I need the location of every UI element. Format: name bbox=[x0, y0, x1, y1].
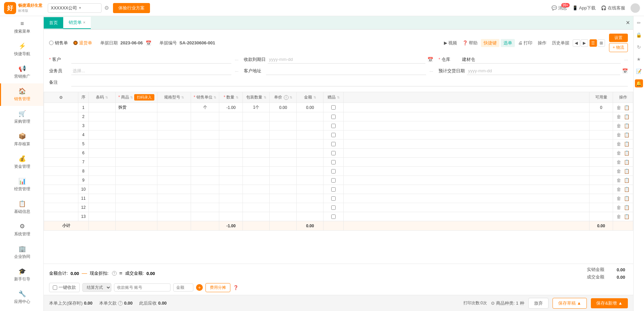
th-qty[interactable]: * 数量 ⇅ bbox=[219, 92, 243, 103]
sidebar-item-apps[interactable]: 🔧 应用中心 bbox=[0, 286, 43, 309]
row-amount-4[interactable] bbox=[297, 140, 324, 149]
row-price-1[interactable] bbox=[270, 112, 297, 121]
row-delete-icon-4[interactable]: 🗑 bbox=[616, 141, 621, 147]
save-new-button[interactable]: 保存&新增 ▲ bbox=[591, 298, 628, 308]
row-spec-4[interactable] bbox=[157, 140, 191, 149]
row-product-1[interactable] bbox=[115, 112, 157, 121]
th-unit[interactable]: * 销售单位 ⇅ bbox=[191, 92, 219, 103]
row-copy-icon-6[interactable]: 📋 bbox=[624, 159, 630, 165]
row-price-10[interactable] bbox=[270, 194, 297, 203]
row-product-2[interactable] bbox=[115, 121, 157, 130]
right-panel-refresh-icon[interactable]: ↻ bbox=[635, 43, 643, 51]
row-qty-4[interactable] bbox=[219, 140, 243, 149]
return-radio[interactable] bbox=[73, 41, 78, 45]
row-spec-1[interactable] bbox=[157, 112, 191, 121]
row-price-2[interactable] bbox=[270, 121, 297, 130]
row-barcode-7[interactable] bbox=[88, 167, 115, 176]
row-unit-11[interactable] bbox=[191, 203, 219, 212]
warehouse-dots[interactable]: ··· bbox=[624, 57, 628, 62]
row-spec-7[interactable] bbox=[157, 167, 191, 176]
shortcut-btn[interactable]: 快捷键 bbox=[481, 39, 499, 47]
logistics-button[interactable]: + 物流 bbox=[609, 43, 628, 52]
row-product-12[interactable] bbox=[115, 212, 157, 221]
row-unit-10[interactable] bbox=[191, 194, 219, 203]
row-pack-8[interactable] bbox=[243, 176, 270, 185]
row-amount-2[interactable] bbox=[297, 121, 324, 130]
row-gift-7[interactable] bbox=[324, 167, 344, 176]
row-pack-9[interactable] bbox=[243, 185, 270, 194]
row-delete-icon-8[interactable]: 🗑 bbox=[616, 178, 621, 183]
row-price-8[interactable] bbox=[270, 176, 297, 185]
row-amount-6[interactable] bbox=[297, 158, 324, 167]
row-qty-11[interactable] bbox=[219, 203, 243, 212]
row-gift-10[interactable] bbox=[324, 194, 344, 203]
row-qty-2[interactable] bbox=[219, 121, 243, 130]
row-spec-9[interactable] bbox=[157, 185, 191, 194]
row-qty-6[interactable] bbox=[219, 158, 243, 167]
expense-help-icon[interactable]: ❓ bbox=[233, 285, 238, 290]
row-pack-10[interactable] bbox=[243, 194, 270, 203]
row-copy-icon-0[interactable]: 📋 bbox=[624, 105, 630, 110]
th-price[interactable]: 单价 i ⇅ bbox=[270, 92, 297, 103]
row-amount-9[interactable] bbox=[297, 185, 324, 194]
payment-due-calendar-icon[interactable]: 📅 bbox=[427, 57, 433, 62]
row-amount-1[interactable] bbox=[297, 112, 324, 121]
row-delete-icon-0[interactable]: 🗑 bbox=[616, 105, 621, 110]
tab-sales-order[interactable]: 销货单 × bbox=[63, 17, 91, 29]
row-delete-icon-7[interactable]: 🗑 bbox=[616, 168, 621, 174]
row-unit-9[interactable] bbox=[191, 185, 219, 194]
trial-button[interactable]: 体验行业方案 bbox=[113, 3, 150, 13]
sidebar-item-search[interactable]: ≡ 搜索菜单 bbox=[0, 16, 43, 38]
row-amount-5[interactable] bbox=[297, 149, 324, 158]
calendar-icon[interactable]: 📅 bbox=[146, 40, 151, 46]
row-copy-icon-1[interactable]: 📋 bbox=[624, 114, 630, 119]
row-spec-0[interactable] bbox=[157, 103, 191, 112]
row-gift-8[interactable] bbox=[324, 176, 344, 185]
row-gift-3[interactable] bbox=[324, 130, 344, 140]
warehouse-input[interactable] bbox=[461, 55, 621, 64]
row-unit-0[interactable]: 个 bbox=[191, 103, 219, 112]
customer-input[interactable] bbox=[71, 55, 231, 64]
row-product-9[interactable] bbox=[115, 185, 157, 194]
row-qty-8[interactable] bbox=[219, 176, 243, 185]
discount-info-icon[interactable]: ? bbox=[112, 271, 117, 276]
row-product-0[interactable] bbox=[115, 103, 157, 112]
row-spec-11[interactable] bbox=[157, 203, 191, 212]
row-gift-0[interactable] bbox=[324, 103, 344, 112]
row-barcode-10[interactable] bbox=[88, 194, 115, 203]
scan-button[interactable]: 扫码录入 bbox=[134, 94, 154, 101]
draft-button[interactable]: 保存草稿 ▲ bbox=[553, 298, 587, 309]
sales-radio-label[interactable]: 销售单 bbox=[49, 40, 68, 46]
row-barcode-0[interactable] bbox=[88, 103, 115, 112]
row-amount-12[interactable] bbox=[297, 212, 324, 221]
tab-home[interactable]: 首页 bbox=[44, 17, 63, 29]
th-settings[interactable]: ⚙ bbox=[44, 92, 78, 103]
one-click-payment-btn[interactable]: 一键收款 bbox=[49, 283, 80, 292]
row-delete-icon-6[interactable]: 🗑 bbox=[616, 159, 621, 165]
row-product-10[interactable] bbox=[115, 194, 157, 203]
customer-address-input[interactable] bbox=[266, 67, 426, 75]
row-product-4[interactable] bbox=[115, 140, 157, 149]
th-gift[interactable]: 赠品 ⇅ bbox=[324, 92, 344, 103]
row-copy-icon-3[interactable]: 📋 bbox=[624, 132, 630, 138]
row-product-5[interactable] bbox=[115, 149, 157, 158]
app-download-item[interactable]: 📱 App下载 bbox=[572, 5, 596, 11]
history-btn[interactable]: 历史单据 bbox=[550, 39, 571, 47]
right-panel-note-icon[interactable]: 📝 bbox=[635, 67, 643, 75]
row-barcode-8[interactable] bbox=[88, 176, 115, 185]
row-price-12[interactable] bbox=[270, 212, 297, 221]
list-view-icon[interactable]: ☰ bbox=[590, 39, 597, 47]
row-pack-3[interactable] bbox=[243, 130, 270, 140]
sidebar-item-newbie[interactable]: 🎓 新手引导 bbox=[0, 264, 43, 286]
message-item[interactable]: 💬 消息 99+ bbox=[552, 5, 567, 11]
row-delete-icon-3[interactable]: 🗑 bbox=[616, 132, 621, 138]
tab-close-icon[interactable]: × bbox=[83, 20, 85, 25]
row-gift-4[interactable] bbox=[324, 140, 344, 149]
row-qty-12[interactable] bbox=[219, 212, 243, 221]
row-spec-2[interactable] bbox=[157, 121, 191, 130]
th-product[interactable]: * 商品 ⇅ 扫码录入 bbox=[115, 92, 157, 103]
row-qty-5[interactable] bbox=[219, 149, 243, 158]
row-unit-3[interactable] bbox=[191, 130, 219, 140]
avatar[interactable] bbox=[631, 3, 640, 13]
row-spec-5[interactable] bbox=[157, 149, 191, 158]
